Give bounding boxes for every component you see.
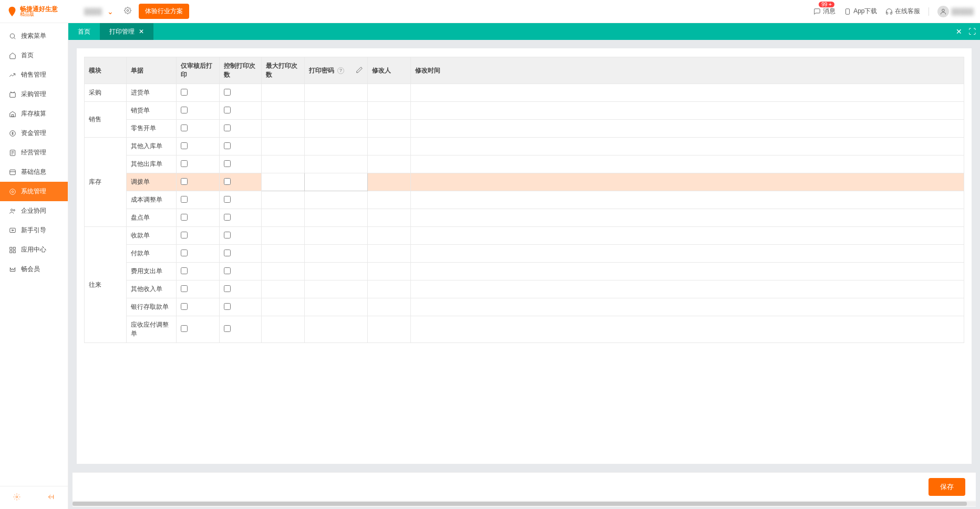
audit-only-checkbox[interactable] <box>181 232 188 238</box>
max-count-cell[interactable] <box>262 227 305 245</box>
password-cell[interactable] <box>305 298 368 316</box>
tab[interactable]: 打印管理✕ <box>100 23 153 40</box>
svg-line-5 <box>14 37 16 39</box>
password-cell[interactable] <box>305 155 368 173</box>
sidebar-item-apps[interactable]: 应用中心 <box>0 240 68 259</box>
modify-time-cell <box>411 316 964 343</box>
control-count-checkbox[interactable] <box>224 107 231 113</box>
sidebar-item-base[interactable]: 基础信息 <box>0 162 68 182</box>
control-count-checkbox[interactable] <box>224 267 231 274</box>
max-count-cell[interactable] <box>262 102 305 120</box>
modify-time-cell <box>411 120 964 138</box>
org-selector[interactable]: ████ ⌄ <box>79 4 119 19</box>
help-icon[interactable]: ? <box>337 67 344 74</box>
audit-only-checkbox[interactable] <box>181 178 188 185</box>
sidebar-item-label: 销售管理 <box>21 70 46 79</box>
audit-only-checkbox[interactable] <box>181 124 188 131</box>
sidebar-item-money[interactable]: 资金管理 <box>0 123 68 143</box>
audit-only-checkbox[interactable] <box>181 214 188 221</box>
control-count-checkbox[interactable] <box>224 214 231 221</box>
user-menu[interactable]: █████ <box>937 6 974 17</box>
max-count-cell[interactable] <box>262 209 305 227</box>
max-count-cell[interactable] <box>262 120 305 138</box>
fullscreen-icon[interactable]: ⛶ <box>968 27 976 36</box>
max-count-cell[interactable] <box>262 138 305 155</box>
sidebar-item-report[interactable]: 经营管理 <box>0 143 68 162</box>
password-cell[interactable] <box>305 84 368 102</box>
modifier-cell <box>368 191 411 209</box>
password-cell[interactable] <box>305 263 368 281</box>
sidebar-item-guide[interactable]: 新手引导 <box>0 221 68 240</box>
max-count-cell[interactable] <box>262 298 305 316</box>
sidebar-item-stock[interactable]: 库存核算 <box>0 104 68 123</box>
horizontal-scrollbar[interactable] <box>73 501 976 507</box>
module-cell: 往来 <box>85 227 127 343</box>
sidebar-item-system[interactable]: 系统管理 <box>0 182 68 201</box>
control-count-checkbox[interactable] <box>224 124 231 131</box>
max-count-cell[interactable] <box>262 191 305 209</box>
control-count-checkbox[interactable] <box>224 196 231 203</box>
control-checkbox-cell <box>220 173 262 191</box>
password-cell[interactable] <box>305 316 368 343</box>
audit-only-checkbox[interactable] <box>181 160 188 167</box>
audit-only-checkbox[interactable] <box>181 196 188 203</box>
modifier-cell <box>368 84 411 102</box>
password-cell[interactable] <box>305 281 368 298</box>
control-count-checkbox[interactable] <box>224 142 231 149</box>
password-cell[interactable] <box>305 173 368 191</box>
control-count-checkbox[interactable] <box>224 232 231 238</box>
max-count-cell[interactable] <box>262 316 305 343</box>
collapse-icon[interactable] <box>47 493 55 502</box>
password-cell[interactable] <box>305 191 368 209</box>
max-count-cell[interactable] <box>262 263 305 281</box>
tab-close-all-icon[interactable]: ✕ <box>956 27 962 36</box>
sidebar-item-search[interactable]: 搜索菜单 <box>0 26 68 46</box>
sidebar-item-home[interactable]: 首页 <box>0 46 68 65</box>
online-service-button[interactable]: 在线客服 <box>885 7 920 16</box>
audit-only-checkbox[interactable] <box>181 142 188 149</box>
password-cell[interactable] <box>305 245 368 263</box>
save-button[interactable]: 保存 <box>929 478 965 496</box>
control-count-checkbox[interactable] <box>224 303 231 310</box>
audit-only-checkbox[interactable] <box>181 250 188 256</box>
edit-icon[interactable] <box>356 66 363 75</box>
tab[interactable]: 首页 <box>68 23 100 40</box>
th-password-label: 打印密码 <box>309 66 334 75</box>
control-count-checkbox[interactable] <box>224 325 231 332</box>
control-count-checkbox[interactable] <box>224 285 231 292</box>
audit-only-checkbox[interactable] <box>181 285 188 292</box>
max-count-cell[interactable] <box>262 173 305 191</box>
max-count-cell[interactable] <box>262 245 305 263</box>
sidebar-item-purchase[interactable]: 采购管理 <box>0 85 68 104</box>
control-count-checkbox[interactable] <box>224 250 231 256</box>
password-cell[interactable] <box>305 102 368 120</box>
sidebar-item-label: 资金管理 <box>21 129 46 138</box>
audit-only-checkbox[interactable] <box>181 303 188 310</box>
settings-gear-icon[interactable] <box>124 7 131 16</box>
audit-only-checkbox[interactable] <box>181 107 188 113</box>
max-count-cell[interactable] <box>262 155 305 173</box>
sidebar-item-vip[interactable]: 畅会员 <box>0 259 68 279</box>
svg-point-18 <box>13 209 15 211</box>
password-cell[interactable] <box>305 209 368 227</box>
control-count-checkbox[interactable] <box>224 160 231 167</box>
audit-only-checkbox[interactable] <box>181 267 188 274</box>
control-count-checkbox[interactable] <box>224 178 231 185</box>
password-cell[interactable] <box>305 138 368 155</box>
app-download-button[interactable]: App下载 <box>844 7 877 16</box>
messages-button[interactable]: 99 + 消息 <box>813 7 835 16</box>
close-icon[interactable]: ✕ <box>139 28 144 35</box>
control-count-checkbox[interactable] <box>224 89 231 96</box>
sidebar-item-team[interactable]: 企业协同 <box>0 201 68 221</box>
password-cell[interactable] <box>305 120 368 138</box>
max-count-cell[interactable] <box>262 84 305 102</box>
industry-solution-button[interactable]: 体验行业方案 <box>139 4 189 19</box>
apps-icon <box>8 246 17 254</box>
settings-icon[interactable] <box>13 493 20 502</box>
max-count-cell[interactable] <box>262 281 305 298</box>
table-row: 盘点单 <box>85 209 964 227</box>
sidebar-item-sales[interactable]: 销售管理 <box>0 65 68 85</box>
password-cell[interactable] <box>305 227 368 245</box>
audit-only-checkbox[interactable] <box>181 325 188 332</box>
audit-only-checkbox[interactable] <box>181 89 188 96</box>
